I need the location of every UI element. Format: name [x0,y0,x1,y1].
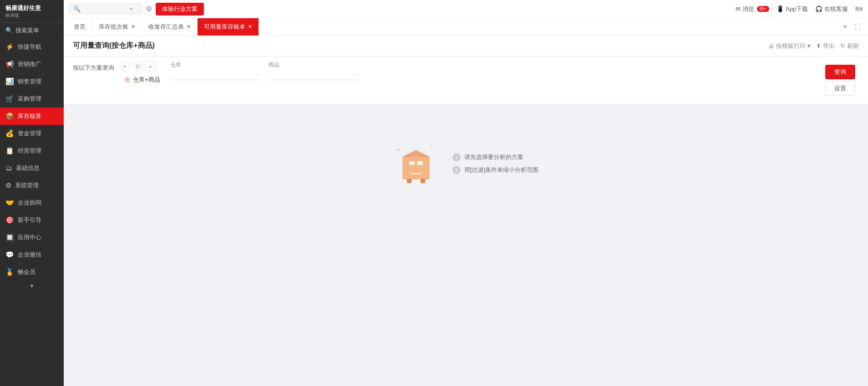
sidebar-item-quick-nav[interactable]: ⚡ 快捷导航 [0,38,64,56]
query-button[interactable]: 查询 [825,65,855,79]
sidebar-item-purchase[interactable]: 🛒 采购管理 [0,90,64,108]
warehouse-input[interactable] [170,72,254,78]
svg-text:✦: ✦ [396,146,401,154]
basic-icon: 🗂 [5,164,12,172]
scheme-item-label: 仓库+商品 [133,76,160,84]
sidebar-item-wechat[interactable]: 💬 企业微信 [0,246,64,263]
refresh-icon: ↻ [840,42,845,49]
apps-icon: 🔲 [5,233,14,242]
message-badge: 99+ [757,6,769,12]
tab-available-ledger[interactable]: 可用量库存账本 ✕ [198,18,259,36]
filter-field-warehouse: 仓库 ··· [170,61,261,80]
sidebar-item-enterprise[interactable]: 🤝 企业协同 [0,194,64,211]
app-download-button[interactable]: 📱 App下载 [777,5,808,13]
tab-close-button[interactable]: ✕ [839,23,851,30]
empty-state: ✦ ✦ 1 请先选择要分析的方案 2 用[过滤]条件来缩小分析范围 [64,104,868,223]
svg-rect-0 [402,157,430,180]
tab-label: 可用量库存账本 [204,23,245,31]
sales-icon: 📊 [5,77,14,86]
brand-name: 畅康通好生意 [5,5,58,12]
sidebar-search[interactable]: 🔍 搜索菜单 [0,23,64,38]
svg-rect-3 [407,179,411,183]
scheme-item-icon: ⊕ [124,75,130,84]
refresh-button[interactable]: ↻ 刷新 [840,42,859,50]
topbar-search-box[interactable]: 🔍 ▾ [69,4,142,14]
settings-button[interactable]: 设置 [825,81,855,96]
filter-area: 按以下方案查询 + ⊙ « ⊕ 仓库+商品 仓库 ··· [64,57,868,104]
tab-close-icon[interactable]: ✕ [131,24,135,30]
sidebar-item-label: 采购管理 [18,95,41,103]
svg-rect-4 [421,179,425,183]
message-label: 消息 [742,5,754,13]
warehouse-more-icon[interactable]: ··· [256,71,261,78]
empty-tip-1: 1 请先选择要分析的方案 [452,153,538,161]
topbar-right: ✉ 消息 99+ 📱 App下载 🎧 在线客服 Rit [736,5,863,13]
user-profile[interactable]: Rit [855,5,863,12]
sidebar-item-member[interactable]: 🏅 畅会员 [0,263,64,281]
sidebar-item-inventory[interactable]: 📦 库存核算 [0,108,64,125]
page-title: 可用量查询(按仓库+商品) [73,41,155,51]
print-label: 按模板打印 [776,42,806,50]
filter-label: 按以下方案查询 [73,61,114,72]
scheme-add-button[interactable]: + [120,61,130,71]
sidebar: 畅康通好生意 标准版 🔍 搜索菜单 ⚡ 快捷导航 📢 营销推广 📊 销售管理 🛒… [0,0,64,386]
sidebar-scroll-down[interactable]: ▼ [0,281,64,291]
sidebar-item-apps[interactable]: 🔲 应用中心 [0,229,64,246]
online-service-button[interactable]: 🎧 在线客服 [815,5,848,13]
sidebar-item-label: 企业微信 [18,251,41,259]
guide-icon: 🎯 [5,216,14,224]
tab-collection-summary[interactable]: 收发存汇总表 ✕ [142,18,198,36]
topbar-settings-icon[interactable]: ⚙ [146,5,152,13]
sidebar-item-operation[interactable]: 📋 经营管理 [0,142,64,160]
empty-tips: 1 请先选择要分析的方案 2 用[过滤]条件来缩小分析范围 [452,153,538,174]
page-header: 可用量查询(按仓库+商品) 🖨 按模板打印 ▾ ⬆ 导出 ↻ 刷新 [64,36,868,57]
goods-more-icon[interactable]: ··· [354,71,360,78]
tip-num-1: 1 [452,153,461,161]
print-button[interactable]: 🖨 按模板打印 ▾ [768,42,811,50]
sidebar-item-system[interactable]: ⚙ 系统管理 [0,177,64,194]
topbar-search-input[interactable] [82,6,128,12]
sidebar-item-basic[interactable]: 🗂 基础信息 [0,160,64,177]
sidebar-item-finance[interactable]: 💰 资金管理 [0,125,64,142]
svg-rect-1 [409,161,415,165]
page-header-actions: 🖨 按模板打印 ▾ ⬆ 导出 ↻ 刷新 [768,42,859,50]
sidebar-item-label: 经营管理 [18,147,41,155]
tab-label: 库存批次账 [99,23,128,31]
message-button[interactable]: ✉ 消息 99+ [736,5,769,13]
sidebar-item-sales[interactable]: 📊 销售管理 [0,73,64,90]
member-icon: 🏅 [5,268,14,276]
refresh-label: 刷新 [847,42,859,50]
sidebar-item-marketing[interactable]: 📢 营销推广 [0,56,64,73]
system-icon: ⚙ [5,181,11,190]
topbar-dropdown-icon[interactable]: ▾ [130,5,133,12]
wechat-icon: 💬 [5,251,14,259]
scheme-settings-button[interactable]: ⊙ [132,61,142,71]
scheme-collapse-button[interactable]: « [145,61,155,71]
scheme-item-warehouse-goods[interactable]: ⊕ 仓库+商品 [120,73,165,86]
svg-rect-2 [417,161,423,165]
filter-scheme: + ⊙ « ⊕ 仓库+商品 [120,61,165,86]
export-button[interactable]: ⬆ 导出 [816,42,835,50]
message-icon: ✉ [736,5,741,12]
sidebar-item-label: 资金管理 [18,129,41,138]
tab-batch-ledger[interactable]: 库存批次账 ✕ [92,18,142,36]
sidebar-item-label: 畅会员 [18,268,36,276]
export-icon: ⬆ [816,42,821,49]
purchase-icon: 🛒 [5,95,14,103]
goods-input[interactable] [269,72,352,78]
tab-close-icon[interactable]: ✕ [248,24,252,30]
warehouse-label: 仓库 [170,61,261,69]
enterprise-icon: 🤝 [5,199,14,207]
trial-button[interactable]: 体验行业方案 [156,3,204,15]
tab-label: 收发存汇总表 [148,23,184,31]
dropdown-icon[interactable]: ▾ [807,42,811,49]
print-icon: 🖨 [768,42,774,49]
empty-state-content: ✦ ✦ 1 请先选择要分析的方案 2 用[过滤]条件来缩小分析范围 [393,141,538,186]
tab-close-icon[interactable]: ✕ [187,24,191,30]
tab-home[interactable]: 首页 [67,18,92,36]
empty-tip-2: 2 用[过滤]条件来缩小分析范围 [452,166,538,174]
search-icon: 🔍 [5,27,13,34]
sidebar-item-guide[interactable]: 🎯 新手引导 [0,211,64,229]
sidebar-item-label: 系统管理 [15,181,39,190]
tab-expand-button[interactable]: ⛶ [851,23,864,30]
